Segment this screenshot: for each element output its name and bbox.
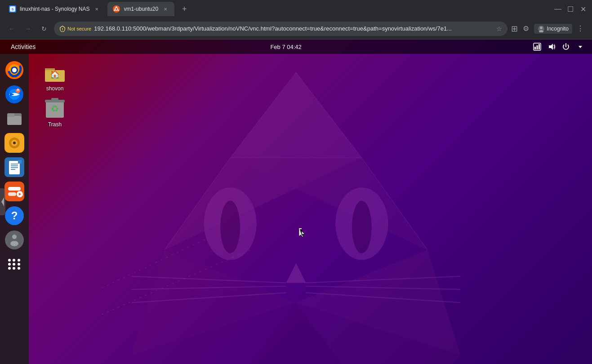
trash-label: Trash xyxy=(48,121,62,128)
dock-item-files[interactable] xyxy=(4,108,25,129)
system-menu-arrow[interactable] xyxy=(576,42,585,51)
address-bar: ← → ↻ Not secure 192.168.0.110:5000/webm… xyxy=(0,18,592,40)
svg-marker-43 xyxy=(579,46,582,48)
trash-icon: ♻ xyxy=(44,97,66,119)
topbar-datetime: Feb 7 04:42 xyxy=(270,44,301,50)
svg-point-74 xyxy=(12,235,17,239)
svg-point-73 xyxy=(5,231,24,249)
bookmark-icon[interactable]: ☆ xyxy=(496,25,502,32)
network-icon: ⊞ xyxy=(511,24,518,34)
browser-frame: S linuxhint-nas - Synology NAS ✕ vm1-ubu… xyxy=(0,0,592,364)
new-tab-button[interactable]: + xyxy=(178,3,191,15)
svg-rect-52 xyxy=(7,116,22,125)
close-button[interactable]: ✕ xyxy=(578,4,588,14)
dsm-favicon: S xyxy=(9,5,16,13)
dock-item-rhythmbox[interactable] xyxy=(4,132,25,154)
tab-ubuntu-close[interactable]: ✕ xyxy=(162,5,169,13)
topbar-center: Feb 7 04:42 xyxy=(39,44,533,50)
incognito-badge[interactable]: Incognito xyxy=(534,24,572,34)
dock-item-bottom[interactable] xyxy=(4,229,25,251)
maximize-button[interactable]: ☐ xyxy=(565,4,576,14)
svg-point-22 xyxy=(220,201,240,253)
svg-marker-42 xyxy=(549,44,553,50)
dock-item-app-grid[interactable] xyxy=(4,253,25,275)
svg-point-75 xyxy=(10,241,18,246)
extensions-icon[interactable]: ⚙ xyxy=(520,22,532,35)
svg-point-10 xyxy=(540,27,543,29)
dock-item-firefox[interactable] xyxy=(4,59,25,81)
desktop-icon-trash[interactable]: ♻ Trash xyxy=(37,97,73,128)
dock-item-help[interactable]: ? xyxy=(4,205,25,226)
reload-button[interactable]: ↻ xyxy=(38,22,50,35)
forward-button[interactable]: → xyxy=(22,22,34,35)
svg-point-5 xyxy=(118,9,119,11)
svg-point-47 xyxy=(12,68,17,72)
desktop-icons: 🏠 shovon ♻ xyxy=(31,56,78,133)
svg-rect-40 xyxy=(537,45,538,49)
network-status-icon[interactable] xyxy=(533,42,542,51)
dock-item-libreoffice[interactable] xyxy=(4,156,25,178)
svg-point-23 xyxy=(352,201,372,253)
vm-content: Activities Feb 7 04:42 xyxy=(0,40,592,364)
tab-dsm[interactable]: S linuxhint-nas - Synology NAS ✕ xyxy=(4,2,106,16)
ubuntu-desktop[interactable]: Activities Feb 7 04:42 xyxy=(0,40,592,364)
svg-text:S: S xyxy=(12,8,14,11)
gnome-topbar: Activities Feb 7 04:42 xyxy=(0,40,592,54)
activities-button[interactable]: Activities xyxy=(7,41,39,52)
svg-point-8 xyxy=(62,30,62,30)
svg-rect-41 xyxy=(539,44,540,49)
svg-rect-83 xyxy=(51,98,58,101)
svg-point-6 xyxy=(114,9,116,11)
home-folder-icon: 🏠 xyxy=(44,61,66,83)
tab-dsm-title: linuxhint-nas - Synology NAS xyxy=(20,6,89,12)
svg-text:🏠: 🏠 xyxy=(50,70,60,80)
url-bar-actions: ☆ xyxy=(496,25,502,32)
svg-rect-68 xyxy=(8,192,16,196)
home-folder-label: shovon xyxy=(46,85,64,92)
svg-text:♻: ♻ xyxy=(51,104,59,114)
security-text: Not secure xyxy=(67,26,91,31)
browser-actions: ⊞ ⚙ Incognito ⋮ xyxy=(511,22,587,35)
svg-rect-67 xyxy=(8,187,21,191)
left-panel-handle[interactable] xyxy=(0,188,5,215)
dock-item-software[interactable] xyxy=(4,181,25,202)
svg-rect-65 xyxy=(18,160,22,164)
ubuntu-favicon xyxy=(113,5,120,13)
dock-item-thunderbird[interactable] xyxy=(4,84,25,105)
svg-rect-53 xyxy=(7,113,14,117)
menu-button[interactable]: ⋮ xyxy=(574,22,587,35)
back-button[interactable]: ← xyxy=(5,22,18,35)
tab-dsm-close[interactable]: ✕ xyxy=(93,5,100,13)
security-warning: Not secure xyxy=(59,26,91,32)
svg-text:?: ? xyxy=(11,209,18,222)
svg-marker-24 xyxy=(286,263,306,283)
svg-rect-39 xyxy=(534,47,536,49)
window-controls: — ☐ ✕ xyxy=(552,4,588,14)
volume-icon[interactable] xyxy=(547,42,556,51)
minimize-button[interactable]: — xyxy=(552,4,563,14)
url-text: 192.168.0.110:5000/webman/3rdparty/Virtu… xyxy=(94,25,494,32)
svg-point-57 xyxy=(13,142,16,144)
title-bar: S linuxhint-nas - Synology NAS ✕ vm1-ubu… xyxy=(0,0,592,18)
app-grid-icon xyxy=(8,259,21,270)
svg-marker-86 xyxy=(1,197,4,206)
tab-ubuntu[interactable]: vm1-ubuntu20 ✕ xyxy=(107,2,174,16)
incognito-label: Incognito xyxy=(547,26,569,32)
svg-point-4 xyxy=(116,6,117,8)
svg-marker-12 xyxy=(230,72,362,158)
desktop-icon-home[interactable]: 🏠 shovon xyxy=(37,61,73,92)
topbar-right xyxy=(533,42,585,51)
power-icon[interactable] xyxy=(561,42,570,51)
tab-ubuntu-title: vm1-ubuntu20 xyxy=(124,6,158,12)
url-bar[interactable]: Not secure 192.168.0.110:5000/webman/3rd… xyxy=(54,22,507,36)
